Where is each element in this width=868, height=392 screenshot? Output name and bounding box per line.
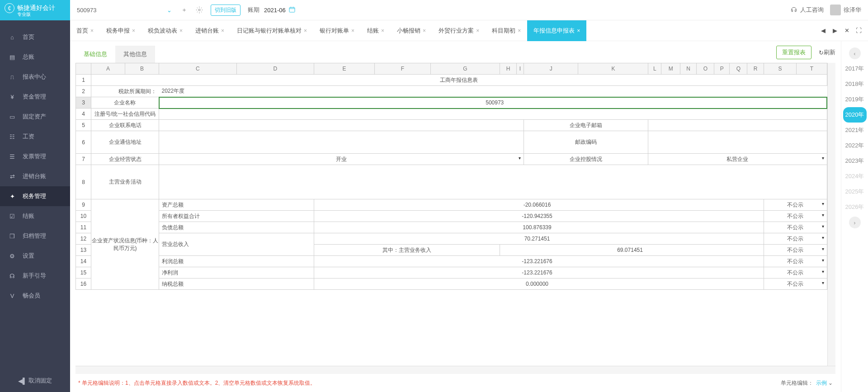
headset-icon[interactable] bbox=[790, 6, 797, 14]
vertical-scrollbar[interactable] bbox=[827, 63, 835, 366]
nav-item-psi[interactable]: ⇄进销台账 bbox=[0, 166, 70, 186]
tab[interactable]: 进销台账× bbox=[189, 20, 231, 41]
fullscreen-icon[interactable]: ⛶ bbox=[853, 25, 864, 37]
tab[interactable]: 税务申报× bbox=[100, 20, 142, 41]
year-option[interactable]: 2025年 bbox=[843, 184, 867, 199]
nav-item-invoice[interactable]: ☰发票管理 bbox=[0, 146, 70, 166]
year-option[interactable]: 2024年 bbox=[843, 169, 867, 184]
col-header[interactable]: B bbox=[125, 63, 159, 75]
nav-item-asset[interactable]: ▭固定资产 bbox=[0, 107, 70, 127]
close-icon[interactable]: × bbox=[423, 28, 426, 34]
close-icon[interactable]: × bbox=[518, 28, 521, 34]
col-header[interactable]: A bbox=[91, 63, 125, 75]
col-header[interactable]: R bbox=[747, 63, 764, 75]
col-header[interactable]: H bbox=[500, 63, 516, 75]
year-option[interactable]: 2018年 bbox=[843, 76, 867, 92]
corner-cell[interactable] bbox=[76, 63, 91, 75]
consult-link[interactable]: 人工咨询 bbox=[800, 6, 824, 14]
year-option[interactable]: 2021年 bbox=[843, 123, 867, 138]
col-header[interactable]: F bbox=[374, 63, 430, 75]
year-option[interactable]: 2017年 bbox=[843, 61, 867, 76]
tab[interactable]: 小畅报销× bbox=[391, 20, 432, 41]
example-link[interactable]: 示例 bbox=[816, 380, 827, 386]
close-icon[interactable]: × bbox=[221, 28, 224, 34]
refresh-button[interactable]: ↻ 刷新 bbox=[819, 48, 835, 57]
year-option[interactable]: 2022年 bbox=[843, 138, 867, 153]
horizontal-scrollbar[interactable] bbox=[75, 366, 835, 374]
nav-item-home[interactable]: ⌂首页 bbox=[0, 27, 70, 47]
close-icon[interactable]: × bbox=[381, 28, 384, 34]
tab[interactable]: 年报信息申报表× bbox=[527, 20, 586, 41]
tab[interactable]: 结账× bbox=[361, 20, 391, 41]
chart-icon: ⎍ bbox=[8, 73, 16, 81]
year-option[interactable]: 2026年 bbox=[843, 199, 867, 215]
close-icon[interactable]: × bbox=[351, 28, 354, 34]
period-value[interactable]: 2021-06 bbox=[264, 7, 286, 14]
close-icon[interactable]: × bbox=[132, 28, 135, 34]
tab[interactable]: 银行对账单× bbox=[313, 20, 361, 41]
year-option[interactable]: 2020年 bbox=[843, 107, 867, 123]
unpin-button[interactable]: ◀▌取消固定 bbox=[0, 369, 70, 392]
col-header[interactable]: K bbox=[578, 63, 648, 75]
sheet-tab-basic[interactable]: 基础信息 bbox=[75, 45, 115, 63]
tabs-next-icon[interactable]: ▶ bbox=[829, 25, 841, 37]
col-header[interactable]: J bbox=[524, 63, 578, 75]
col-header[interactable]: E bbox=[314, 63, 375, 75]
archive-icon: ❒ bbox=[8, 232, 16, 240]
nav-item-gear[interactable]: ⚙设置 bbox=[0, 246, 70, 266]
fund-icon: ¥ bbox=[8, 93, 16, 101]
tabs-prev-icon[interactable]: ◀ bbox=[817, 25, 829, 37]
gear-icon: ⚙ bbox=[8, 252, 16, 260]
tab[interactable]: 税负波动表× bbox=[142, 20, 189, 41]
nav-item-close[interactable]: ☑结账 bbox=[0, 206, 70, 226]
nav-item-guide[interactable]: ☊新手引导 bbox=[0, 266, 70, 286]
nav-item-chart[interactable]: ⎍报表中心 bbox=[0, 67, 70, 87]
col-header[interactable]: D bbox=[236, 63, 314, 75]
col-header[interactable]: M bbox=[661, 63, 680, 75]
year-option[interactable]: 2023年 bbox=[843, 153, 867, 169]
nav-item-ledger[interactable]: ▤总账 bbox=[0, 47, 70, 67]
old-version-button[interactable]: 切到旧版 bbox=[211, 5, 241, 16]
status-select[interactable]: 开业 bbox=[159, 154, 524, 165]
nav-item-tax[interactable]: ✦税务管理 bbox=[0, 186, 70, 206]
col-header[interactable]: L bbox=[648, 63, 661, 75]
col-header[interactable]: T bbox=[797, 63, 827, 75]
tabs-close-icon[interactable]: ✕ bbox=[841, 25, 853, 37]
close-icon[interactable]: × bbox=[304, 28, 307, 34]
company-select[interactable]: 500973⌄ bbox=[77, 7, 176, 14]
gear-icon[interactable] bbox=[193, 4, 205, 16]
col-header[interactable]: O bbox=[697, 63, 714, 75]
reset-report-button[interactable]: 重置报表 bbox=[776, 46, 811, 59]
close-icon[interactable]: × bbox=[90, 28, 94, 34]
col-header[interactable]: I bbox=[516, 63, 524, 75]
col-header[interactable]: C bbox=[159, 63, 237, 75]
year-next-icon[interactable]: › bbox=[849, 217, 861, 228]
tab[interactable]: 日记账与银行对账单核对× bbox=[231, 20, 313, 41]
col-header[interactable]: S bbox=[764, 63, 796, 75]
close-icon[interactable]: × bbox=[179, 28, 183, 34]
col-header[interactable]: G bbox=[430, 63, 500, 75]
nav-item-archive[interactable]: ❒归档管理 bbox=[0, 226, 70, 246]
avatar[interactable] bbox=[830, 5, 841, 15]
close-icon[interactable]: × bbox=[577, 28, 580, 34]
sheet-tab-other[interactable]: 其他信息 bbox=[115, 46, 155, 63]
nav-item-salary[interactable]: ☷工资 bbox=[0, 127, 70, 146]
col-header[interactable]: N bbox=[680, 63, 696, 75]
close-icon[interactable]: × bbox=[476, 28, 479, 34]
col-header[interactable]: P bbox=[714, 63, 730, 75]
nav-item-fund[interactable]: ¥资金管理 bbox=[0, 87, 70, 107]
year-prev-icon[interactable]: ‹ bbox=[849, 47, 861, 59]
nav-item-vip[interactable]: V畅会员 bbox=[0, 286, 70, 306]
tab[interactable]: 外贸行业方案× bbox=[432, 20, 486, 41]
tab[interactable]: 首页× bbox=[70, 20, 100, 41]
col-header[interactable]: Q bbox=[730, 63, 747, 75]
username[interactable]: 徐泽华 bbox=[844, 6, 861, 14]
calendar-icon[interactable] bbox=[288, 6, 296, 14]
tab[interactable]: 科目期初× bbox=[486, 20, 527, 41]
holding-select[interactable]: 私营企业 bbox=[648, 154, 827, 165]
year-option[interactable]: 2019年 bbox=[843, 92, 867, 107]
active-cell[interactable]: 500973 bbox=[159, 97, 827, 109]
add-icon[interactable]: ＋ bbox=[178, 4, 190, 16]
spreadsheet[interactable]: ABCDEFGHIJKLMNOPQRST 1工商年报信息表 2税款所属期间：20… bbox=[75, 63, 827, 290]
asset-icon: ▭ bbox=[8, 113, 16, 121]
